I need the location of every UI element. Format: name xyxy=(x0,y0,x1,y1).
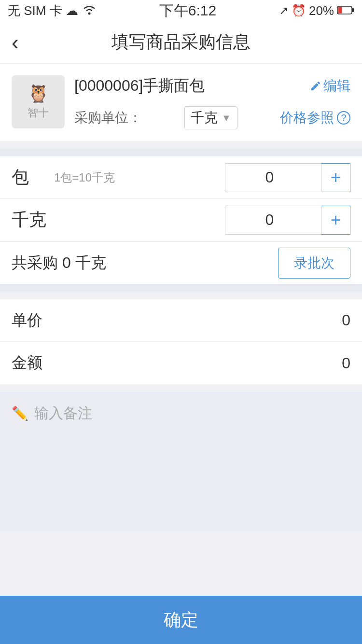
svg-rect-3 xyxy=(338,7,342,13)
price-row-unit: 单价 0 xyxy=(0,299,362,342)
quantity-sublabel-bao: 1包=10千克 xyxy=(54,170,115,185)
battery-icon xyxy=(337,3,354,18)
price-label-unit: 单价 xyxy=(12,310,42,331)
batch-button[interactable]: 录批次 xyxy=(278,248,350,279)
price-value-amount: 0 xyxy=(342,354,350,372)
product-image: 🦉 智十 xyxy=(12,75,65,128)
price-ref-icon: ? xyxy=(337,111,350,125)
product-name-row: [0000006]手撕面包 编辑 xyxy=(74,75,350,97)
note-placeholder: 输入备注 xyxy=(34,404,92,423)
quantity-section: 包 1包=10千克 + 千克 + 共采购 0 千克 录批次 xyxy=(0,156,362,284)
edit-link[interactable]: 编辑 xyxy=(310,77,350,95)
wifi-icon xyxy=(82,3,97,18)
quantity-plus-kg[interactable]: + xyxy=(321,206,350,235)
quantity-label-bao: 包 xyxy=(12,166,50,189)
pencil-icon: ✏️ xyxy=(12,406,28,421)
total-row: 共采购 0 千克 录批次 xyxy=(0,241,362,284)
price-label-amount: 金额 xyxy=(12,352,42,374)
status-bar: 无 SIM 卡 ☁ 下午6:12 ↗ ⏰ 20% xyxy=(0,0,362,21)
product-image-icon: 🦉 xyxy=(28,84,49,104)
product-image-label: 智十 xyxy=(28,106,49,120)
quantity-label-kg: 千克 xyxy=(12,208,50,232)
product-section: 🦉 智十 [0000006]手撕面包 编辑 采购单位： 千克 ▼ xyxy=(0,64,362,141)
sim-status: 无 SIM 卡 ☁ xyxy=(8,2,78,19)
quantity-plus-bao[interactable]: + xyxy=(321,163,350,192)
price-row-amount: 金额 0 xyxy=(0,342,362,384)
back-button[interactable]: ‹ xyxy=(12,32,19,53)
separator-1 xyxy=(0,149,362,156)
quantity-input-bao[interactable] xyxy=(225,163,321,192)
quantity-input-kg[interactable] xyxy=(225,206,321,235)
svg-rect-2 xyxy=(352,8,354,12)
unit-select[interactable]: 千克 ▼ xyxy=(184,106,237,129)
product-unit-row: 采购单位： 千克 ▼ 价格参照 ? xyxy=(74,106,350,129)
page-title: 填写商品采购信息 xyxy=(111,30,251,54)
quantity-row-bao: 包 1包=10千克 + xyxy=(0,156,362,199)
unit-value: 千克 xyxy=(191,109,218,127)
nav-bar: ‹ 填写商品采购信息 xyxy=(0,21,362,64)
status-bar-right: ↗ ⏰ 20% xyxy=(279,3,354,18)
quantity-input-wrapper-bao: + xyxy=(225,163,350,192)
quantity-input-wrapper-kg: + xyxy=(225,206,350,235)
confirm-button[interactable]: 确定 xyxy=(0,596,362,644)
separator-2 xyxy=(0,284,362,292)
location-icon: ↗ xyxy=(279,4,289,17)
total-text: 共采购 0 千克 xyxy=(12,252,106,274)
bottom-spacer xyxy=(0,435,362,532)
svg-point-0 xyxy=(88,12,90,14)
price-ref-label: 价格参照 xyxy=(280,109,334,127)
unit-dropdown-arrow: ▼ xyxy=(222,112,231,124)
status-bar-left: 无 SIM 卡 ☁ xyxy=(8,2,97,19)
unit-label: 采购单位： xyxy=(74,109,142,127)
price-value-unit: 0 xyxy=(342,311,350,329)
note-section[interactable]: ✏️ 输入备注 xyxy=(0,392,362,435)
battery-percent: 20% xyxy=(309,3,334,18)
price-ref-button[interactable]: 价格参照 ? xyxy=(280,109,350,127)
status-bar-time: 下午6:12 xyxy=(159,1,216,21)
quantity-row-kg: 千克 + xyxy=(0,199,362,241)
product-name: [0000006]手撕面包 xyxy=(74,75,205,97)
edit-label[interactable]: 编辑 xyxy=(323,77,350,95)
product-info: [0000006]手撕面包 编辑 采购单位： 千克 ▼ 价格参照 ? xyxy=(74,75,350,129)
alarm-icon: ⏰ xyxy=(292,4,306,17)
price-section: 单价 0 金额 0 xyxy=(0,299,362,384)
